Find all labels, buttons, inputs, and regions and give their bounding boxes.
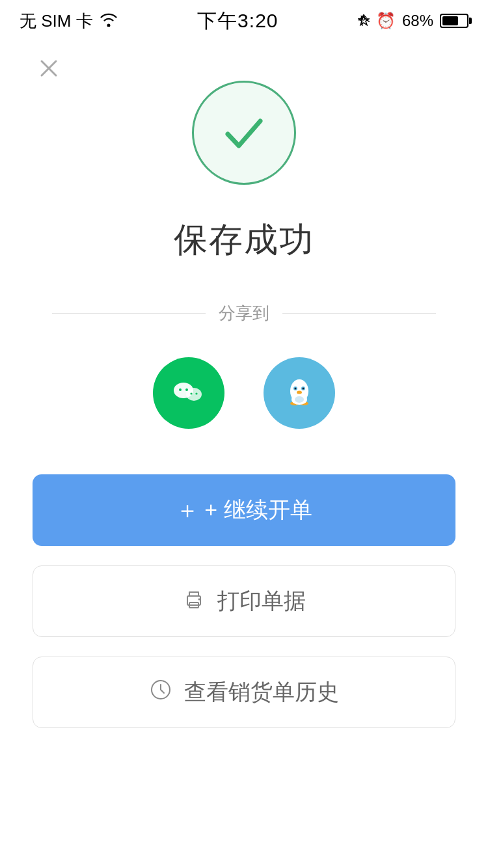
share-divider: 分享到 — [0, 302, 488, 325]
battery-icon — [440, 14, 468, 28]
success-icon-wrapper — [192, 81, 296, 185]
print-label: 打印单据 — [217, 586, 306, 616]
svg-point-20 — [198, 599, 200, 601]
checkmark-icon — [218, 107, 270, 159]
location-icon — [358, 12, 370, 30]
action-buttons: ＋ + 继续开单 打印单据 查看销货单历史 — [0, 474, 488, 728]
qq-icon — [279, 373, 319, 413]
status-bar: 无 SIM 卡 下午3:20 ⏰ 68% — [0, 0, 488, 42]
wechat-icon — [169, 373, 208, 413]
status-time: 下午3:20 — [197, 8, 278, 34]
alarm-icon: ⏰ — [376, 12, 396, 30]
history-button[interactable]: 查看销货单历史 — [33, 657, 455, 728]
continue-order-button[interactable]: ＋ + 继续开单 — [33, 474, 455, 546]
status-left: 无 SIM 卡 — [20, 10, 118, 33]
share-icons — [153, 357, 335, 429]
svg-point-3 — [186, 388, 202, 401]
svg-point-17 — [295, 396, 304, 403]
battery-percent: 68% — [402, 12, 433, 30]
print-button[interactable]: 打印单据 — [33, 565, 455, 637]
close-button[interactable] — [33, 52, 65, 85]
svg-point-13 — [297, 391, 302, 394]
share-label: 分享到 — [206, 302, 282, 325]
svg-point-5 — [185, 388, 188, 391]
svg-point-12 — [303, 388, 305, 390]
success-title: 保存成功 — [174, 217, 314, 263]
svg-point-11 — [295, 388, 297, 390]
wifi-icon — [100, 11, 118, 31]
no-sim-label: 无 SIM 卡 — [20, 10, 93, 33]
svg-point-6 — [190, 392, 192, 394]
history-icon — [149, 678, 172, 707]
divider-line-left — [52, 313, 206, 314]
svg-point-7 — [195, 392, 197, 394]
divider-line-right — [282, 313, 436, 314]
print-icon — [182, 587, 206, 616]
svg-point-4 — [179, 388, 182, 391]
history-label: 查看销货单历史 — [184, 677, 339, 707]
main-content: 保存成功 分享到 — [0, 42, 488, 728]
wechat-share-button[interactable] — [153, 357, 224, 429]
qq-share-button[interactable] — [264, 357, 335, 429]
status-right: ⏰ 68% — [358, 12, 468, 30]
plus-icon: ＋ — [176, 495, 199, 526]
continue-order-label: + 继续开单 — [204, 495, 312, 525]
